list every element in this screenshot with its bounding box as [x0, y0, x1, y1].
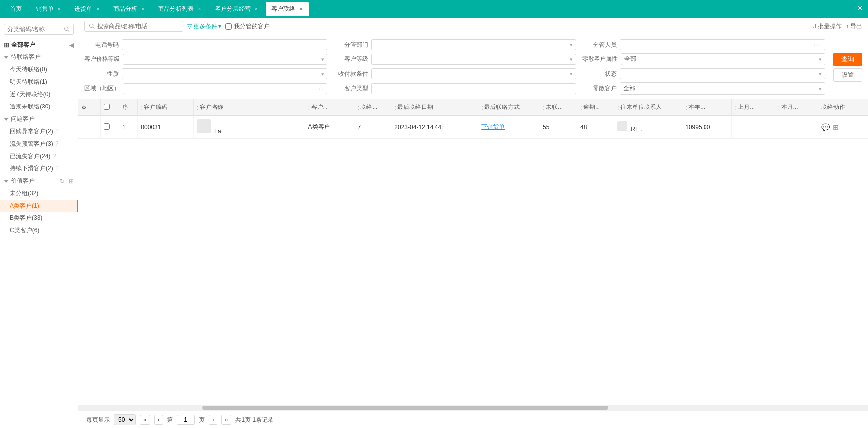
filter-payment-chevron [570, 70, 573, 77]
group-value-customer[interactable]: 价值客户 ↻ ⊞ [0, 175, 78, 187]
filter-nature: 性质 [84, 68, 327, 79]
group-problem-customer[interactable]: 问题客户 [0, 113, 78, 125]
filter-search-icon [89, 23, 95, 30]
close-product-list-tab[interactable]: × [198, 6, 201, 12]
close-purchase-tab[interactable]: × [96, 6, 99, 12]
filter-region-dots[interactable]: ··· [316, 85, 324, 92]
nav-sales[interactable]: 销售单 × [30, 2, 66, 16]
filter-search-box[interactable] [84, 21, 183, 32]
filter-customer-type-input[interactable] [371, 83, 577, 94]
col-last-method-header[interactable]: : 最后联络方式 [478, 99, 540, 116]
filter-price-tier-select[interactable] [123, 54, 327, 65]
last-page-btn[interactable]: » [221, 415, 232, 425]
nav-customer-contact[interactable]: 客户联络 × [266, 2, 308, 16]
col-overdue-header[interactable]: : 逾期... [577, 99, 614, 116]
sidebar-item-churned[interactable]: 已流失客户(24) ? [0, 150, 78, 162]
filter-phone-input[interactable] [122, 39, 327, 50]
col-checkbox[interactable] [101, 99, 119, 116]
chat-icon[interactable]: 💬 [821, 123, 830, 131]
col-last-month-header[interactable]: : 上月... [732, 99, 775, 116]
filter-manager-dots[interactable]: ··· [814, 41, 822, 48]
row-checkbox[interactable] [104, 123, 110, 130]
sidebar-item-7day-contact[interactable]: 近7天待联络(0) [0, 88, 78, 101]
nav-product-list[interactable]: 商品分析列表 × [152, 2, 207, 16]
filter-manager-label: 分管人员 [582, 41, 617, 49]
filter-nature-select[interactable] [122, 68, 327, 79]
page-label-2: 页 [199, 416, 205, 424]
close-customer-tier-tab[interactable]: × [255, 6, 258, 12]
col-code-header[interactable]: : 客户编码 [138, 99, 193, 116]
filter-retail-attr-select[interactable]: 全部 [621, 53, 825, 65]
sidebar-search-box[interactable] [4, 24, 74, 35]
sidebar-item-churn-warning[interactable]: 流失预警客户(3) ? [0, 138, 78, 150]
sidebar-collapse-btn[interactable]: ◀ [69, 42, 74, 49]
close-customer-contact-tab[interactable]: × [299, 6, 302, 12]
filter-dept-select[interactable] [371, 39, 577, 50]
more-filters-btn[interactable]: ▽ 更多条件 ▾ [187, 22, 221, 31]
col-last-date-header[interactable]: : 最后联络日期 [391, 99, 478, 116]
my-customers-checkbox[interactable]: 我分管的客户 [225, 22, 270, 31]
filter-manager-input[interactable]: ··· [620, 39, 825, 50]
my-customers-input[interactable] [225, 23, 232, 30]
prev-page-btn[interactable]: ‹ [154, 415, 163, 425]
nav-product-analysis[interactable]: 商品分析 × [108, 2, 150, 16]
grid-action-icon[interactable]: ⊞ [833, 123, 839, 131]
nav-purchase[interactable]: 进货单 × [68, 2, 105, 16]
row-checkbox-cell[interactable] [101, 116, 119, 139]
group-pending-contact[interactable]: 待联络客户 [0, 51, 78, 63]
horizontal-scrollbar[interactable] [78, 405, 868, 411]
filter-manager: 分管人员 ··· [582, 39, 825, 50]
page-input[interactable] [177, 415, 195, 425]
page-size-select[interactable]: 50 [114, 414, 136, 425]
col-level-header[interactable]: : 客户... [305, 99, 354, 116]
row-index-cell: 1 [119, 116, 137, 139]
total-label: 共1页 1条记录 [235, 416, 273, 424]
filter-customer-level-select[interactable] [371, 54, 577, 65]
col-this-year-header[interactable]: : 本年... [682, 99, 732, 116]
sidebar-item-c-customers[interactable]: C类客户(6) [0, 224, 78, 237]
filter-search-input[interactable] [97, 23, 179, 30]
close-product-analysis-tab[interactable]: × [141, 6, 144, 12]
nav-customer-tier[interactable]: 客户分层经营 × [209, 2, 264, 16]
scrollbar-thumb[interactable] [202, 406, 608, 410]
col-name-header[interactable]: : 客户名称 [193, 99, 305, 116]
batch-op-btn[interactable]: ☑ 批量操作 [811, 22, 842, 31]
col-this-month-header[interactable]: : 本月... [775, 99, 818, 116]
filter-payment-select[interactable] [371, 68, 577, 79]
sidebar-item-today-contact[interactable]: 今天待联络(0) [0, 63, 78, 76]
filter-bar-right: ☑ 批量操作 ↑ 导出 [811, 22, 862, 31]
settings-button[interactable]: 设置 [833, 68, 862, 82]
sidebar-item-tomorrow-contact[interactable]: 明天待联络(1) [0, 76, 78, 88]
nav-home[interactable]: 首页 [4, 2, 28, 16]
sidebar-search-input[interactable] [7, 26, 64, 33]
select-all-checkbox[interactable] [104, 104, 110, 110]
sidebar-item-overdue-contact[interactable]: 逾期未联络(30) [0, 101, 78, 113]
next-page-btn[interactable]: › [209, 415, 217, 425]
col-contact-person-header[interactable]: : 往来单位联系人 [614, 99, 682, 116]
query-button[interactable]: 查询 [833, 53, 862, 66]
sidebar-item-ungrouped[interactable]: 未分组(32) [0, 187, 78, 200]
refresh-value-group-icon[interactable]: ↻ [60, 178, 65, 185]
close-sales-tab[interactable]: × [57, 6, 60, 12]
sidebar-item-declining[interactable]: 持续下滑客户(2) ? [0, 162, 78, 175]
sidebar-item-repurchase-abnormal[interactable]: 回购异常客户(2) ? [0, 125, 78, 138]
action-icons: 💬 ⊞ [821, 123, 865, 131]
filter-status-select[interactable] [620, 68, 825, 79]
row-last-method-cell[interactable]: 下销货单 [478, 116, 540, 139]
filter-region: 区域（地区） ··· [84, 82, 327, 95]
filter-region-select[interactable]: ··· [123, 83, 327, 94]
col-contact-header[interactable]: : 联络... [354, 99, 391, 116]
col-no-contact-header[interactable]: : 未联... [540, 99, 577, 116]
add-value-group-icon[interactable]: ⊞ [69, 178, 74, 185]
col-settings[interactable]: ⚙ [78, 99, 101, 116]
sidebar-item-b-customers[interactable]: B类客户(33) [0, 212, 78, 224]
first-page-btn[interactable]: « [140, 415, 150, 425]
filter-customer-level-chevron [570, 56, 573, 63]
filter-retail-customer-select[interactable]: 全部 [620, 82, 825, 95]
all-customers-header[interactable]: ⊞ 全部客户 ◀ [0, 39, 78, 51]
export-btn[interactable]: ↑ 导出 [846, 22, 862, 31]
svg-point-2 [90, 24, 93, 27]
close-all-btn[interactable]: × [858, 4, 862, 13]
sidebar-item-a-customers[interactable]: A类客户(1) [0, 200, 78, 212]
filter-customer-type: 客户类型 [333, 82, 577, 95]
